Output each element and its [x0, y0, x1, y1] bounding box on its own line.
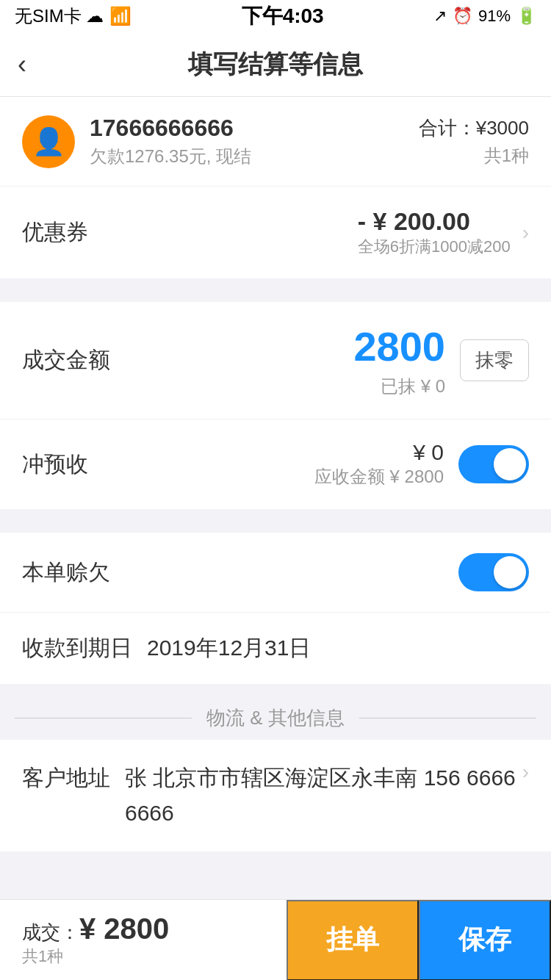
location-icon: ↗: [433, 7, 447, 26]
total-count: 共1种: [419, 144, 529, 167]
battery-label: 91%: [478, 7, 511, 26]
coupon-value: - ¥ 200.00: [358, 207, 511, 236]
save-button[interactable]: 保存: [419, 900, 551, 981]
avatar-icon: 👤: [32, 126, 65, 157]
debt-row: 本单赊欠: [22, 553, 529, 591]
address-area: 客户地址 张 北京市市辖区海淀区永丰南 156 6666 6666 ›: [0, 740, 551, 851]
address-label: 客户地址: [22, 760, 110, 796]
address-value: 张 北京市市辖区海淀区永丰南 156 6666 6666: [125, 760, 522, 831]
back-button[interactable]: ‹: [18, 49, 26, 80]
precollect-section: 冲预收 ¥ 0 应收金额 ¥ 2800: [0, 419, 551, 509]
customer-left: 👤 17666666666 欠款1276.35元, 现结: [22, 115, 251, 168]
precollect-values: ¥ 0 应收金额 ¥ 2800: [314, 440, 444, 489]
address-section: 客户地址 张 北京市市辖区海淀区永丰南 156 6666 6666 ›: [0, 740, 551, 851]
address-chevron-icon: ›: [522, 760, 529, 784]
sim-label: 无SIM卡 ☁: [15, 4, 104, 28]
precollect-main: ¥ 0: [314, 440, 444, 465]
precollect-row: 冲预收 ¥ 0 应收金额 ¥ 2800: [22, 440, 529, 489]
separator-2: [0, 521, 551, 533]
logistics-divider: 物流 & 其他信息: [0, 696, 551, 740]
total-label: 合计：¥3000: [419, 115, 529, 141]
wifi-icon: 📶: [109, 6, 132, 26]
customer-section: 👤 17666666666 欠款1276.35元, 现结 合计：¥3000 共1…: [0, 97, 551, 278]
status-left: 无SIM卡 ☁ 📶: [15, 4, 132, 28]
bottom-amount: ¥ 2800: [79, 912, 169, 945]
bottom-bar: 成交：¥ 2800 共1种 挂单 保存: [0, 899, 551, 980]
duedate-section: 收款到期日 2019年12月31日: [0, 612, 551, 684]
avatar: 👤: [22, 115, 75, 168]
duedate-label: 收款到期日: [22, 633, 132, 663]
battery-icon: 🔋: [516, 7, 536, 26]
separator-1: [0, 290, 551, 302]
transaction-label: 成交金额: [22, 345, 110, 375]
customer-row: 👤 17666666666 欠款1276.35元, 现结 合计：¥3000 共1…: [0, 97, 551, 186]
precollect-label: 冲预收: [22, 450, 88, 480]
status-bar: 无SIM卡 ☁ 📶 下午4:03 ↗ ⏰ 91% 🔋: [0, 0, 551, 32]
transaction-amount: 2800 已抹 ¥ 0: [353, 323, 445, 398]
hold-button[interactable]: 挂单: [287, 900, 419, 981]
amount-row: 成交金额 2800 已抹 ¥ 0 抹零: [22, 323, 529, 398]
coupon-right: - ¥ 200.00 全场6折满1000减200 ›: [358, 207, 529, 258]
precollect-toggle[interactable]: [458, 445, 529, 483]
status-right: ↗ ⏰ 91% 🔋: [433, 7, 536, 26]
customer-right: 合计：¥3000 共1种: [419, 115, 529, 167]
nav-bar: ‹ 填写结算等信息: [0, 32, 551, 97]
total-value: ¥3000: [476, 117, 529, 139]
amount-area: 成交金额 2800 已抹 ¥ 0 抹零: [0, 302, 551, 419]
debt-area: 本单赊欠: [0, 533, 551, 612]
transaction-sub: 已抹 ¥ 0: [353, 375, 445, 398]
customer-sub: 欠款1276.35元, 现结: [90, 145, 251, 168]
coupon-row[interactable]: 优惠券 - ¥ 200.00 全场6折满1000减200 ›: [0, 186, 551, 278]
debt-toggle[interactable]: [458, 553, 529, 591]
bottom-count: 共1种: [22, 945, 264, 968]
debt-toggle-knob: [494, 556, 526, 588]
alarm-icon: ⏰: [453, 7, 472, 26]
customer-phone: 17666666666: [90, 115, 251, 142]
amount-right: 2800 已抹 ¥ 0 抹零: [353, 323, 529, 398]
precollect-right: ¥ 0 应收金额 ¥ 2800: [314, 440, 529, 489]
page-title: 填写结算等信息: [188, 48, 363, 82]
duedate-row: 收款到期日 2019年12月31日: [22, 633, 529, 663]
customer-info: 17666666666 欠款1276.35元, 现结: [90, 115, 251, 168]
status-time: 下午4:03: [242, 2, 324, 30]
precollect-sub: 应收金额 ¥ 2800: [314, 465, 444, 489]
debt-label: 本单赊欠: [22, 558, 110, 588]
coupon-label: 优惠券: [22, 217, 88, 248]
address-row[interactable]: 客户地址 张 北京市市辖区海淀区永丰南 156 6666 6666 ›: [22, 760, 529, 831]
coupon-sub: 全场6折满1000减200: [358, 236, 511, 258]
duedate-value: 2019年12月31日: [147, 633, 311, 663]
round-button[interactable]: 抹零: [460, 339, 529, 381]
toggle-knob: [494, 448, 526, 480]
bottom-summary: 成交：¥ 2800 共1种: [0, 912, 287, 968]
chevron-right-icon: ›: [522, 221, 529, 245]
debt-section: 本单赊欠 收款到期日 2019年12月31日: [0, 533, 551, 684]
transaction-section: 成交金额 2800 已抹 ¥ 0 抹零 冲预收 ¥ 0 应收金额 ¥ 2800: [0, 302, 551, 509]
bottom-deal-label: 成交：¥ 2800: [22, 912, 264, 945]
logistics-text: 物流 & 其他信息: [206, 705, 345, 731]
